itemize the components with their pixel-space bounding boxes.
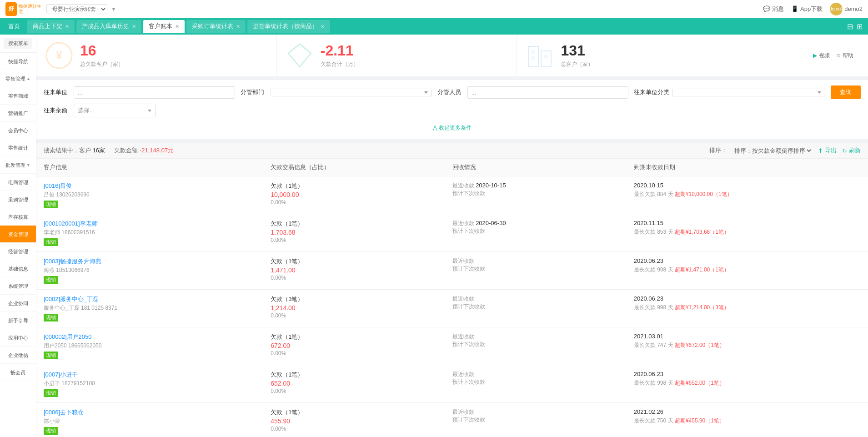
main-layout: 搜索菜单 快捷导航 零售管理 ▲ 零售商城 营销推广 会员中心 零售统计 批发管… (0, 35, 868, 437)
table-row: [000002]用户2050 用户2050 18665062050 现销 欠款（… (36, 327, 868, 365)
cell-overdue-0: 2020.10.15 最长欠款 884 天 超期¥10,000.00（1笔） (634, 182, 861, 198)
tab-purchase-summary[interactable]: 采购订单统计表 ✕ (186, 20, 246, 33)
sidebar-item-marketing[interactable]: 营销推广 (0, 105, 36, 122)
chevron-down-icon: ▲ (26, 76, 30, 81)
overdue-link-0[interactable]: 超期¥10,000.00（1笔） (675, 191, 733, 197)
stat-info-customers: 16 总欠款客户（家） (80, 43, 124, 68)
customer-name-2[interactable]: [0003]畅捷服务尹海燕 (44, 257, 271, 266)
app-download-btn[interactable]: 📱 App下载 (791, 5, 823, 13)
sidebar-search-area: 搜索菜单 (0, 35, 36, 53)
person-input[interactable]: ... (467, 86, 629, 99)
cell-recovery-6: 最近收款 预计下次收款 (452, 408, 634, 424)
filter-category: 往来单位分类 (634, 88, 825, 96)
sidebar-item-biz-mgmt[interactable]: 经营管理 (0, 243, 36, 260)
cell-overdue-1: 2020.11.15 最长欠款 853 天 超期¥1,703.68（1笔） (634, 220, 861, 236)
customer-tag-3: 现销 (44, 314, 58, 321)
sidebar-item-retail-stats[interactable]: 零售统计 (0, 139, 36, 156)
sidebar-item-enterprise-wx[interactable]: 企业微信 (0, 347, 36, 364)
tab-close-purchase-summary[interactable]: ✕ (236, 24, 240, 30)
refresh-btn[interactable]: ↻ 刷新 (842, 146, 861, 155)
cell-customer-3: [0002]服务中心_丁磊 服务中心_丁磊 181 0125 8371 现销 (44, 295, 271, 321)
tab-close-customer-account[interactable]: ✕ (175, 24, 179, 30)
tab-close-product-offline[interactable]: ✕ (65, 24, 69, 30)
app-icon: 📱 (791, 5, 798, 12)
svg-rect-4 (541, 51, 551, 67)
customer-name-6[interactable]: [0006]去下粮仓 (44, 408, 271, 417)
user-avatar-btn[interactable]: demo2 demo2 (830, 3, 863, 15)
sidebar-item-basic-info[interactable]: 基础信息 (0, 260, 36, 277)
tab-close-production-history[interactable]: ✕ (132, 24, 136, 30)
search-menu-btn[interactable]: 搜索菜单 (4, 38, 32, 49)
collapse-filter-btn[interactable]: ⋀ 收起更多条件 (44, 122, 861, 134)
sidebar-item-enterprise[interactable]: 企业协同 (0, 295, 36, 312)
overdue-link-4[interactable]: 超期¥672.00（1笔） (675, 342, 725, 348)
overdue-link-1[interactable]: 超期¥1,703.68（1笔） (675, 229, 729, 235)
col-debt-header: 欠款交易信息（占比） (271, 163, 452, 171)
result-bar: 搜索结果中，客户 16家 欠款金额 -21,148.07元 排序： 排序：按欠款… (36, 143, 868, 159)
filter-customer: 往来单位 ... (44, 86, 235, 99)
sidebar: 搜索菜单 快捷导航 零售管理 ▲ 零售商城 营销推广 会员中心 零售统计 批发管… (0, 35, 36, 437)
svg-rect-5 (532, 50, 535, 54)
stats-row: ¥ 16 总欠款客户（家） -2.11 欠款合计（万） (36, 35, 868, 76)
category-select[interactable] (672, 89, 825, 96)
sidebar-item-inventory[interactable]: 库存核算 (0, 208, 36, 226)
video-btn[interactable]: ▶ 视频 (813, 52, 830, 60)
sidebar-item-finance[interactable]: 资金管理 (0, 226, 36, 243)
tab-home[interactable]: 首页 (3, 20, 25, 33)
sidebar-item-sys-mgmt[interactable]: 系统管理 (0, 277, 36, 295)
customer-name-0[interactable]: [0016]吕俊 (44, 182, 271, 190)
customer-contact-1: 李老师 18600391516 (44, 229, 271, 236)
cell-customer-2: [0003]畅捷服务尹海燕 海燕 18513066976 现销 (44, 257, 271, 284)
cell-debt-1: 欠款（1笔） 1,703.68 0.00% (271, 220, 452, 243)
customer-name-1[interactable]: [0001020001]李老师 (44, 220, 271, 228)
help-btn[interactable]: ⊙ 帮助 (836, 52, 853, 60)
tab-collapse-btn[interactable]: ⊟ (847, 22, 853, 31)
message-btn[interactable]: 💬 消息 (763, 5, 784, 13)
dept-select[interactable] (271, 89, 432, 96)
sidebar-item-retail-store[interactable]: 零售商城 (0, 87, 36, 105)
sidebar-item-purchase-mgmt[interactable]: 采购管理 (0, 191, 36, 208)
sidebar-item-newbie[interactable]: 新手引导 (0, 312, 36, 329)
sidebar-item-batch-mgmt[interactable]: 批发管理 ▼ (0, 156, 36, 174)
sidebar-item-member-center[interactable]: 会员中心 (0, 122, 36, 139)
export-icon: ⬆ (818, 147, 823, 154)
stats-actions: ▶ 视频 ⊙ 帮助 (813, 52, 859, 60)
table-row: [0003]畅捷服务尹海燕 海燕 18513066976 现销 欠款（1笔） 1… (36, 252, 868, 290)
customer-name-5[interactable]: [0007]小进干 (44, 371, 271, 379)
cell-customer-0: [0016]吕俊 吕俊 13026203696 现销 (44, 182, 271, 208)
tab-purchase-stat[interactable]: 进货单统计表（按商品） ✕ (247, 20, 330, 33)
table-row: [0001020001]李老师 李老师 18600391516 现销 欠款（1笔… (36, 214, 868, 252)
logo-icon: 好 (5, 2, 17, 16)
industry-select[interactable]: 母婴行业演示账套 (46, 4, 107, 14)
balance-select[interactable]: 选择... (74, 104, 156, 117)
customer-name-4[interactable]: [000002]用户2050 (44, 333, 271, 341)
content-area: ¥ 16 总欠款客户（家） -2.11 欠款合计（万） (36, 35, 868, 437)
overdue-link-5[interactable]: 超期¥652.00（1笔） (675, 380, 725, 386)
stat-icon-diamond (286, 42, 313, 69)
sidebar-item-app-center[interactable]: 应用中心 (0, 329, 36, 347)
tab-close-purchase-stat[interactable]: ✕ (321, 24, 325, 30)
overdue-link-2[interactable]: 超期¥1,471.00（1笔） (675, 266, 729, 273)
filter-row-2: 往来余额 选择... (44, 104, 861, 117)
top-right: 💬 消息 📱 App下载 demo2 demo2 (763, 3, 863, 15)
overdue-link-6[interactable]: 超期¥455.90（1笔） (675, 417, 725, 424)
search-button[interactable]: 查询 (831, 85, 861, 99)
sidebar-item-ecommerce[interactable]: 电商管理 (0, 174, 36, 191)
overdue-link-3[interactable]: 超期¥1,214.00（3笔） (675, 304, 729, 311)
cell-debt-0: 欠款（1笔） 10,000.00 0.00% (271, 182, 452, 206)
customer-name-3[interactable]: [0002]服务中心_丁磊 (44, 295, 271, 303)
tab-expand-btn[interactable]: ⊞ (857, 22, 863, 31)
tab-product-offline[interactable]: 商品上下架 ✕ (27, 20, 75, 33)
customer-contact-5: 小进干 18279152100 (44, 380, 271, 387)
sidebar-item-quick-nav[interactable]: 快捷导航 (0, 53, 36, 70)
sidebar-item-retail-mgmt[interactable]: 零售管理 ▲ (0, 70, 36, 87)
stat-card-amount: -2.11 欠款合计（万） (277, 35, 517, 76)
sidebar-item-member-vip[interactable]: 畅会员 (0, 364, 36, 381)
sort-select[interactable]: 排序：按欠款金额倒序排序 (733, 147, 813, 155)
tab-customer-account[interactable]: 客户账本 ✕ (143, 20, 185, 33)
export-btn[interactable]: ⬆ 导出 (818, 146, 837, 155)
svg-marker-2 (288, 44, 311, 67)
tab-production-history[interactable]: 产成品入库单历史 ✕ (76, 20, 141, 33)
tab-bar: 首页 商品上下架 ✕ 产成品入库单历史 ✕ 客户账本 ✕ 采购订单统计表 ✕ 进… (0, 18, 868, 35)
customer-input[interactable]: ... (74, 86, 235, 99)
